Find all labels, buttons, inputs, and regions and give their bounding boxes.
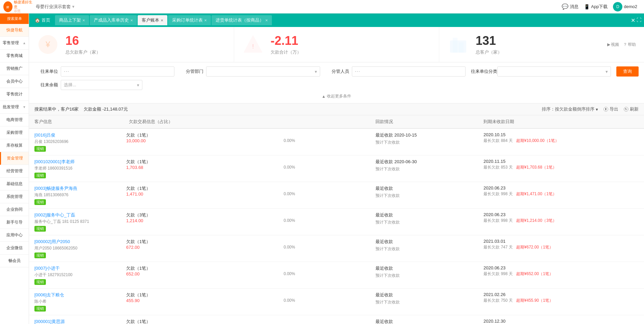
customer-name-link-0[interactable]: [0016]吕俊 xyxy=(34,132,118,138)
filter-select-balance[interactable]: 选择... ▾ xyxy=(61,80,142,90)
sidebar-item-retail-mgmt[interactable]: 零售管理 ▲ xyxy=(0,37,29,50)
app-download-button[interactable]: 📱 App下载 xyxy=(584,4,608,10)
overdue-cell-3: 2020.06.23 最长欠款 998 天 超期¥1,214.00（3笔） xyxy=(478,209,644,235)
filter-input-person[interactable]: ··· xyxy=(352,66,466,77)
results-actions: 排序：按欠款金额倒序排序 ▾ ⬆ 导出 ↻ 刷新 xyxy=(542,106,639,112)
sidebar-item-system[interactable]: 系统管理 xyxy=(0,190,29,203)
sidebar-item-retail-stats[interactable]: 零售统计 xyxy=(0,88,29,101)
overdue-link-0[interactable]: 超期¥10,000.00（1笔） xyxy=(516,138,559,143)
sidebar-item-marketing[interactable]: 营销推广 xyxy=(0,62,29,75)
sidebar-item-quick-nav[interactable]: 快捷导航 xyxy=(0,24,29,37)
sort-button[interactable]: 排序：按欠款金额倒序排序 ▾ xyxy=(542,106,598,112)
tab-actions: ✕ ⛶ xyxy=(631,17,643,24)
sidebar-item-membership[interactable]: 畅会员 xyxy=(0,255,29,267)
debt-count-7: 欠款（1笔） xyxy=(126,319,278,324)
expand-icon[interactable]: ⛶ xyxy=(637,17,641,24)
sidebar-item-retail-mall[interactable]: 零售商城 xyxy=(0,50,29,62)
close-icon-4[interactable]: ✕ xyxy=(204,19,207,22)
sidebar-item-member[interactable]: 会员中心 xyxy=(0,75,29,88)
customer-name-link-6[interactable]: [0006]去下粮仓 xyxy=(34,292,118,298)
sidebar-item-wholesale-mgmt[interactable]: 批发管理 ▼ xyxy=(0,101,29,114)
customer-meta-3: 服务中心_丁磊 181 0125 8371 xyxy=(34,219,118,225)
sidebar-label-ecommerce: 电商管理 xyxy=(1,117,27,123)
debt-amount-2[interactable]: 1,471.00 xyxy=(126,192,278,197)
close-icon-3[interactable]: ✕ xyxy=(161,19,163,22)
sidebar-item-inventory[interactable]: 库存核算 xyxy=(0,139,29,152)
customer-name-link-4[interactable]: [000002]用户2050 xyxy=(34,239,118,245)
overdue-days-2: 最长欠款 998 天 超期¥1,471.00（1笔） xyxy=(483,191,639,197)
filter-input-unit[interactable]: ··· xyxy=(61,66,174,77)
overdue-link-5[interactable]: 超期¥652.00（1笔） xyxy=(516,271,553,276)
sidebar-item-ecommerce[interactable]: 电商管理 xyxy=(0,114,29,126)
sidebar-label-wholesale-mgmt: 批发管理 xyxy=(3,104,19,110)
close-all-tabs-icon[interactable]: ✕ xyxy=(631,17,635,24)
debt-total-value: -2.11 xyxy=(271,34,431,48)
message-button[interactable]: 💬 消息 xyxy=(562,3,579,10)
tab-home[interactable]: 🏠 首页 xyxy=(31,15,54,25)
sidebar-label-system: 系统管理 xyxy=(1,194,27,200)
export-button[interactable]: ⬆ 导出 xyxy=(604,106,618,112)
sidebar-item-collab[interactable]: 企业协同 xyxy=(0,203,29,216)
customer-name-link-7[interactable]: [000001]黄思源 xyxy=(34,319,118,324)
summary-card-total-customers: 131 总客户（家） ▶ 视频 ？ 帮助 xyxy=(439,27,644,62)
video-link[interactable]: ▶ 视频 xyxy=(607,42,619,48)
customer-name-link-2[interactable]: [0003]畅捷服务尹海燕 xyxy=(34,185,118,192)
message-icon: 💬 xyxy=(562,3,568,10)
debt-count-1: 欠款（1笔） xyxy=(126,159,278,165)
debt-count-cell-1: 欠款（1笔） 1,703.68 xyxy=(123,155,281,182)
customer-info-cell-7: [000001]黄思源 黄思源 13552700226 现销 xyxy=(29,315,123,324)
svg-rect-8 xyxy=(459,42,464,53)
overdue-date-6: 2021.02.26 xyxy=(483,292,639,297)
sidebar-item-purchase[interactable]: 采购管理 xyxy=(0,126,29,139)
tab-inventory-stats[interactable]: 进货单统计表（按商品） ✕ xyxy=(212,15,272,25)
sidebar-item-finance[interactable]: 资金管理 xyxy=(0,152,29,165)
sidebar-item-operations[interactable]: 经营管理 xyxy=(0,165,29,178)
sidebar-item-guide[interactable]: 新手引导 xyxy=(0,216,29,229)
tab-purchase-order-stats[interactable]: 采购订单统计表 ✕ xyxy=(168,15,211,25)
customer-meta-2: 海燕 18513066976 xyxy=(34,192,118,198)
close-icon-2[interactable]: ✕ xyxy=(130,19,133,22)
table-row: [000002]用户2050 用户2050 18665062050 现销 欠款（… xyxy=(29,235,644,262)
help-link[interactable]: ？ 帮助 xyxy=(623,42,636,48)
close-icon-5[interactable]: ✕ xyxy=(265,19,268,22)
collapse-button[interactable]: ▲ 收起更多条件 xyxy=(322,93,352,99)
refresh-button[interactable]: ↻ 刷新 xyxy=(624,106,639,112)
customer-name-link-5[interactable]: [0007]小进干 xyxy=(34,265,118,271)
debt-amount-6[interactable]: 455.90 xyxy=(126,298,278,303)
nav-tabs: 🏠 首页 商品上下架 ✕ 产成品入库单历史 ✕ 客户账本 ✕ 采购订单统计表 xyxy=(29,13,644,27)
tab-customer-account[interactable]: 客户账本 ✕ xyxy=(138,15,167,25)
tab-production-history[interactable]: 产成品入库单历史 ✕ xyxy=(90,15,137,25)
debt-amount-0[interactable]: 10,000.00 xyxy=(126,138,278,143)
overdue-link-3[interactable]: 超期¥1,214.00（3笔） xyxy=(516,218,557,223)
search-menu-button[interactable]: 搜索菜单 xyxy=(0,13,29,24)
close-icon-1[interactable]: ✕ xyxy=(82,19,85,22)
table-row: [0002]服务中心_丁磊 服务中心_丁磊 181 0125 8371 现销 欠… xyxy=(29,209,644,235)
sidebar-item-wechat[interactable]: 企业微信 xyxy=(0,242,29,255)
sidebar-item-appstore[interactable]: 应用中心 xyxy=(0,229,29,242)
suite-selector[interactable]: 母婴行业演示套套 ▾ xyxy=(32,4,558,10)
debt-total-icon: ! xyxy=(242,34,264,55)
debt-count-4: 欠款（1笔） xyxy=(126,239,278,245)
overdue-link-1[interactable]: 超期¥1,703.68（1笔） xyxy=(516,165,557,170)
debt-amount-3[interactable]: 1,214.00 xyxy=(126,218,278,223)
last-payment-1: 最近收款 2020-06-30 xyxy=(375,159,473,165)
customer-name-link-3[interactable]: [0002]服务中心_丁磊 xyxy=(34,212,118,218)
debt-amount-1[interactable]: 1,703.68 xyxy=(126,165,278,170)
svg-text:¥: ¥ xyxy=(45,40,50,49)
search-button[interactable]: 查询 xyxy=(616,66,639,77)
overdue-days-6: 最长欠款 750 天 超期¥455.90（1笔） xyxy=(483,298,639,303)
debt-amount-4[interactable]: 672.00 xyxy=(126,245,278,250)
user-profile[interactable]: D demo2 xyxy=(613,2,637,11)
debt-amount-5[interactable]: 652.00 xyxy=(126,271,278,276)
filter-select-category[interactable]: ▾ xyxy=(497,66,611,77)
customer-name-link-1[interactable]: [0001020001]李老师 xyxy=(34,159,118,165)
sidebar-label-membership: 畅会员 xyxy=(1,258,27,264)
sidebar-item-basic-info[interactable]: 基础信息 xyxy=(0,178,29,190)
overdue-cell-5: 2020.06.23 最长欠款 998 天 超期¥652.00（1笔） xyxy=(478,262,644,289)
overdue-link-4[interactable]: 超期¥672.00（1笔） xyxy=(516,245,553,249)
filter-select-dept[interactable]: ▾ xyxy=(206,66,320,77)
tab-product-listing[interactable]: 商品上下架 ✕ xyxy=(55,15,89,25)
overdue-link-6[interactable]: 超期¥455.90（1笔） xyxy=(516,298,553,303)
sidebar: 搜索菜单 快捷导航 零售管理 ▲ 零售商城 营销推广 会员中心 零售统计 批 xyxy=(0,13,29,324)
overdue-link-2[interactable]: 超期¥1,471.00（1笔） xyxy=(516,192,557,196)
